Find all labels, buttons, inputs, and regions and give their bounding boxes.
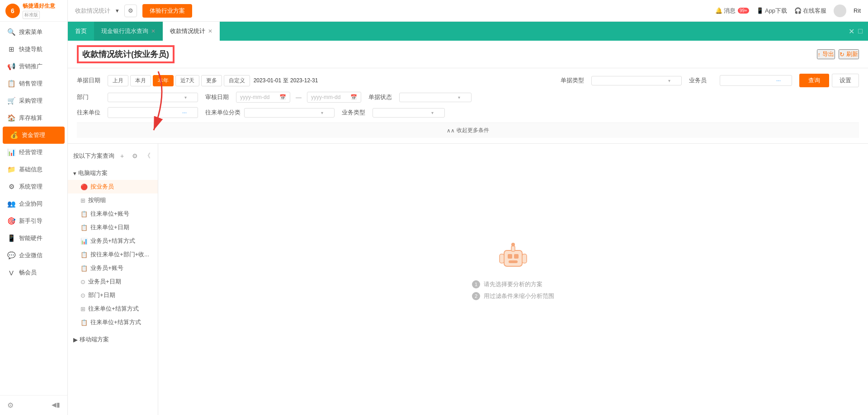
action-btns: 查询 设置 — [799, 74, 859, 87]
user-avatar[interactable] — [834, 5, 846, 17]
collapse-mobile-icon: ▶ — [73, 336, 78, 343]
page-header: 收款情况统计(按业务员) ↑ 导出 ↻ 刷新 — [68, 41, 868, 68]
scheme-partner-settlement-2[interactable]: 📋 往来单位+结算方式 — [68, 316, 158, 329]
partner-cat-select[interactable]: ▾ — [244, 108, 335, 118]
panel-header-actions: + ⚙ 《 — [117, 151, 152, 161]
sidebar: 6 畅捷通好生意 标准版 🔍 搜索菜单 ⊞ 快捷导航 📢 营销推广 📋 销售管理… — [0, 0, 68, 415]
header-dropdown[interactable]: ▾ — [116, 7, 119, 14]
sidebar-item-marketing[interactable]: 📢 营销推广 — [0, 58, 67, 75]
refresh-button[interactable]: ↻ 刷新 — [839, 49, 859, 59]
review-date-start[interactable]: yyyy-mm-dd 📅 — [236, 92, 290, 103]
salesperson-date-icon: ⊙ — [80, 278, 85, 285]
notification-bell[interactable]: 🔔 消息 99+ — [715, 7, 749, 15]
desktop-scheme-parent[interactable]: ▾ 电脑端方案 — [68, 166, 158, 180]
scheme-dept-date[interactable]: ⊙ 部门+日期 — [68, 288, 158, 302]
partner-select[interactable]: ··· — [108, 107, 198, 118]
filter-row-2: 部门 ▾ 审核日期 yyyy-mm-dd 📅 — yyyy-mm-dd — [77, 92, 859, 103]
date-btn-7days[interactable]: 近7天 — [175, 75, 199, 86]
scheme-partner-account[interactable]: 📋 往来单位+账号 — [68, 207, 158, 221]
dept-group: 部门 ▾ — [77, 93, 198, 102]
date-btn-custom[interactable]: 自定义 — [224, 75, 250, 86]
app-download-link[interactable]: 📱 App下载 — [756, 7, 787, 15]
partner-cat-label: 往来单位分类 — [205, 108, 241, 117]
dept-date-icon: ⊙ — [80, 292, 85, 299]
scheme-settings-btn[interactable]: ⚙ — [130, 151, 140, 161]
scheme-partner-settlement-1[interactable]: ⊞ 往来单位+结算方式 — [68, 302, 158, 316]
tab-receipt[interactable]: 收款情况统计 ✕ — [163, 22, 220, 41]
scheme-by-salesperson[interactable]: 🔴 按业务员 — [68, 180, 158, 193]
sidebar-item-purchase[interactable]: 🛒 采购管理 — [0, 92, 67, 109]
collapse-bar[interactable]: ∧∧ 收起更多条件 — [77, 123, 859, 138]
online-service-link[interactable]: 🎧 在线客服 — [794, 7, 826, 15]
date-btn-this-month[interactable]: 本月 — [130, 75, 151, 86]
sidebar-item-quicknav[interactable]: ⊞ 快捷导航 — [0, 41, 67, 58]
tab-receipt-close[interactable]: ✕ — [208, 28, 212, 34]
scheme-salesperson-date[interactable]: ⊙ 业务员+日期 — [68, 275, 158, 288]
sidebar-item-guide[interactable]: 🎯 新手引导 — [0, 212, 67, 230]
panel-header-label: 按以下方案查询 — [73, 152, 114, 160]
sidebar-item-sales[interactable]: 📋 销售管理 — [0, 75, 67, 92]
partner-more-icon[interactable]: ··· — [182, 109, 187, 116]
sidebar-item-operation[interactable]: 📊 经营管理 — [0, 144, 67, 161]
mobile-scheme-parent[interactable]: ▶ 移动端方案 — [68, 333, 158, 346]
logo-area: 6 畅捷通好生意 标准版 — [0, 0, 67, 22]
collapse-icon: ∧∧ — [447, 127, 455, 134]
doc-type-group: 单据类型 ▾ — [561, 76, 682, 85]
export-button[interactable]: ↑ 导出 — [817, 49, 835, 59]
finance-icon: 💰 — [10, 131, 18, 139]
date-btn-more[interactable]: 更多 — [201, 75, 222, 86]
tab-home[interactable]: 首页 — [68, 22, 94, 41]
sidebar-nav: 🔍 搜索菜单 ⊞ 快捷导航 📢 营销推广 📋 销售管理 🛒 采购管理 🏠 库存核… — [0, 22, 67, 395]
biz-type-select[interactable]: ▾ — [373, 108, 445, 118]
more-icon[interactable]: ··· — [776, 77, 781, 84]
sidebar-item-search[interactable]: 🔍 搜索菜单 — [0, 24, 67, 41]
svg-rect-2 — [514, 254, 519, 259]
review-date-end[interactable]: yyyy-mm-dd 📅 — [307, 92, 361, 103]
partner-label: 往来单位 — [77, 108, 104, 117]
sidebar-item-wechat[interactable]: 💬 企业微信 — [0, 247, 67, 264]
tab-bank-close[interactable]: ✕ — [151, 28, 156, 34]
empty-robot-icon — [495, 237, 531, 273]
page-content: 收款情况统计(按业务员) ↑ 导出 ↻ 刷新 单据日期 上月 — [68, 41, 868, 415]
add-scheme-btn[interactable]: + — [117, 151, 127, 161]
date-btn-this-year[interactable]: 本年 — [153, 75, 174, 86]
collapse-sidebar-icon[interactable]: ◀▮ — [52, 401, 60, 410]
scheme-by-detail[interactable]: ⊞ 按明细 — [68, 193, 158, 207]
query-button[interactable]: 查询 — [799, 74, 829, 87]
sidebar-item-hardware[interactable]: 📱 智能硬件 — [0, 230, 67, 247]
sidebar-item-basic[interactable]: 📁 基础信息 — [0, 161, 67, 178]
scheme-partner-dept-receipt[interactable]: 📋 按往来单位+部门+收... — [68, 248, 158, 261]
sidebar-item-inventory[interactable]: 🏠 库存核算 — [0, 109, 67, 127]
review-date-label: 审核日期 — [205, 93, 232, 101]
sidebar-item-system[interactable]: ⚙ 系统管理 — [0, 178, 67, 195]
settings-footer-icon[interactable]: ⚙ — [7, 401, 14, 410]
doc-status-select[interactable]: ▾ — [399, 93, 472, 102]
date-btn-last-month[interactable]: 上月 — [108, 75, 128, 86]
tab-maximize-btn[interactable]: □ — [858, 27, 863, 35]
basic-icon: 📁 — [7, 165, 15, 174]
doc-type-select[interactable]: ▾ — [591, 76, 682, 85]
trial-button[interactable]: 体验行业方案 — [142, 4, 192, 18]
sidebar-item-finance[interactable]: 💰 资金管理 — [3, 127, 65, 144]
search-icon: 🔍 — [7, 28, 15, 36]
dept-label: 部门 — [77, 93, 104, 101]
sidebar-item-enterprise[interactable]: 👥 企业协同 — [0, 195, 67, 212]
scheme-salesperson-settlement[interactable]: 📊 业务员+结算方式 — [68, 234, 158, 248]
scheme-collapse-btn[interactable]: 《 — [142, 151, 152, 161]
scheme-partner-date[interactable]: 📋 往来单位+日期 — [68, 221, 158, 234]
right-content: 1 请先选择要分析的方案 2 用过滤条件来缩小分析范围 — [158, 144, 868, 415]
sidebar-item-label: 经营管理 — [19, 148, 42, 156]
setting-button[interactable]: 设置 — [832, 74, 859, 87]
sidebar-item-member[interactable]: V 畅会员 — [0, 264, 67, 281]
dept-select[interactable]: ▾ — [108, 93, 198, 102]
salesperson-select[interactable]: ··· — [720, 75, 792, 86]
header-gear-btn[interactable]: ⚙ — [124, 5, 137, 17]
tab-minimize-btn[interactable]: ✕ — [849, 27, 854, 36]
scheme-salesperson-account[interactable]: 📋 业务员+账号 — [68, 261, 158, 275]
gear-icon: ⚙ — [128, 7, 133, 14]
tab-bank[interactable]: 现金银行流水查询 ✕ — [94, 22, 163, 41]
partner-settlement1-icon: ⊞ — [80, 306, 85, 312]
svg-rect-6 — [500, 254, 504, 263]
salesperson-account-icon: 📋 — [80, 265, 88, 272]
purchase-icon: 🛒 — [7, 97, 15, 105]
